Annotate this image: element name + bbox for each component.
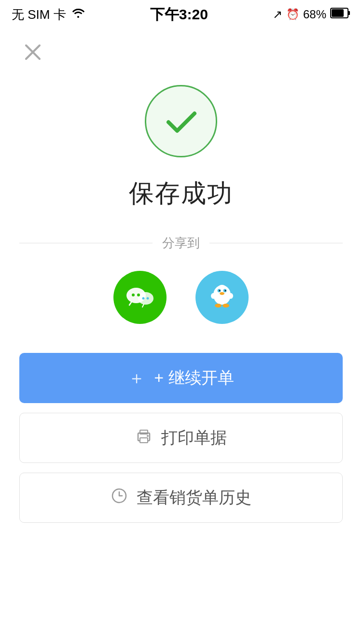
divider-right [209, 243, 343, 243]
location-icon: ↗ [273, 8, 282, 21]
svg-rect-2 [332, 9, 344, 17]
svg-point-15 [219, 290, 221, 292]
svg-point-10 [147, 297, 149, 300]
share-buttons-row [113, 271, 249, 324]
svg-point-8 [137, 294, 140, 296]
history-label: 查看销货单历史 [137, 487, 251, 509]
svg-point-9 [142, 297, 145, 300]
svg-point-25 [147, 435, 149, 437]
alarm-icon: ⏰ [286, 8, 299, 21]
qq-share-button[interactable] [195, 271, 249, 324]
battery-text: 68% [303, 8, 326, 21]
main-content: 保存成功 分享到 [0, 29, 362, 523]
no-sim-label: 无 SIM 卡 [12, 6, 66, 23]
status-bar: 无 SIM 卡 下午3:20 ↗ ⏰ 68% [0, 0, 362, 29]
close-button[interactable] [19, 39, 46, 66]
status-time: 下午3:20 [150, 5, 208, 25]
svg-point-17 [220, 292, 224, 295]
history-icon [111, 487, 128, 509]
svg-point-7 [132, 294, 135, 296]
battery-icon [330, 8, 350, 21]
svg-point-19 [223, 304, 229, 308]
action-buttons: ＋ + 继续开单 打印单据 查看销货单历史 [19, 353, 343, 523]
history-button[interactable]: 查看销货单历史 [19, 473, 343, 523]
svg-point-20 [211, 293, 216, 299]
status-left: 无 SIM 卡 [12, 6, 85, 23]
svg-rect-23 [140, 438, 148, 443]
wifi-icon [71, 7, 85, 22]
print-icon [135, 427, 153, 449]
status-right: ↗ ⏰ 68% [273, 8, 350, 21]
close-button-row [19, 29, 343, 80]
share-divider: 分享到 [19, 235, 343, 252]
plus-icon: ＋ [128, 366, 145, 390]
svg-point-21 [228, 293, 233, 299]
print-button[interactable]: 打印单据 [19, 413, 343, 463]
wechat-share-button[interactable] [113, 271, 167, 324]
svg-point-6 [138, 292, 153, 305]
wechat-icon [124, 281, 156, 314]
success-title: 保存成功 [129, 177, 233, 210]
svg-rect-1 [348, 11, 350, 15]
continue-label: + 继续开单 [154, 367, 234, 389]
close-icon [23, 42, 42, 62]
qq-icon [205, 280, 239, 314]
divider-left [19, 243, 153, 243]
share-label: 分享到 [162, 235, 200, 252]
continue-button[interactable]: ＋ + 继续开单 [19, 353, 343, 403]
svg-point-16 [225, 290, 226, 292]
checkmark-icon [162, 102, 200, 140]
print-label: 打印单据 [161, 427, 227, 449]
success-icon-circle [145, 85, 217, 157]
svg-point-18 [215, 304, 222, 308]
